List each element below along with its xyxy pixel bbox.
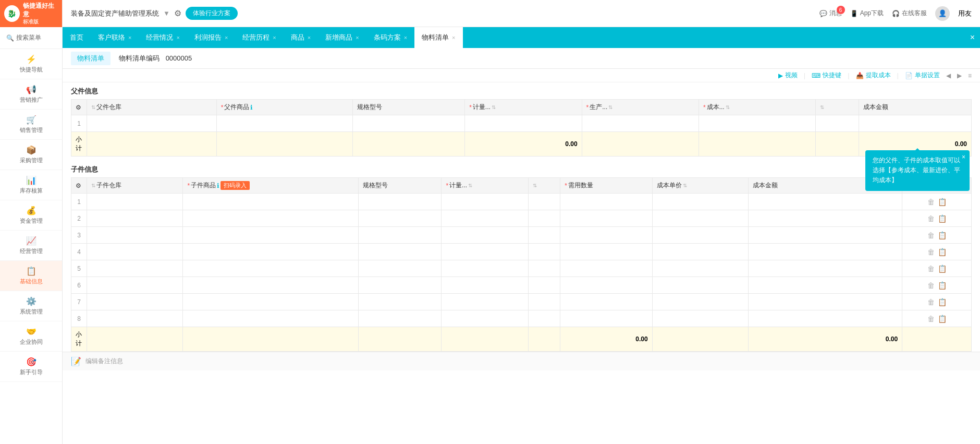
copy-row-button[interactable]: 📋 <box>938 214 947 223</box>
scan-input-button[interactable]: 扫码录入 <box>220 181 250 190</box>
col-settings-icon[interactable]: ⚙ <box>76 104 81 111</box>
parent-cost-amount-cell[interactable] <box>859 115 972 132</box>
marketing-icon: 📢 <box>26 85 36 94</box>
delete-row-button[interactable]: 🗑 <box>927 281 935 290</box>
parent-warehouse-cell[interactable] <box>87 115 217 132</box>
col-settings-icon[interactable]: ⚙ <box>76 182 81 189</box>
child-sort-cell[interactable] <box>528 194 560 210</box>
tab-close-icon[interactable]: × <box>452 34 455 41</box>
nav-tabs: 首页 客户联络 × 经营情况 × 利润报告 × 经营历程 × 商品 × 新增商品… <box>63 27 980 48</box>
sidebar-item-inventory[interactable]: 📊 库存核算 <box>0 170 62 200</box>
child-product-cell[interactable] <box>183 194 358 210</box>
topbar-right: 💬 消息 6 📱 App下载 🎧 在线客服 👤 用友 <box>819 6 972 21</box>
copy-row-button[interactable]: 📋 <box>938 231 947 239</box>
info-icon: ℹ <box>250 104 253 111</box>
parent-cost-cell[interactable] <box>699 115 816 132</box>
tab-close-icon[interactable]: × <box>225 34 228 41</box>
delete-row-button[interactable]: 🗑 <box>927 298 935 306</box>
delete-row-button[interactable]: 🗑 <box>927 315 935 323</box>
close-all-tabs-button[interactable]: × <box>965 33 980 42</box>
col-parent-qty: * 计量... ⇅ <box>465 100 582 115</box>
online-service-button[interactable]: 🎧 在线客服 <box>892 9 927 18</box>
view-mode-button[interactable]: ≡ <box>968 72 972 79</box>
tab-profit[interactable]: 利润报告 × <box>187 27 235 48</box>
row-number: 4 <box>71 244 87 260</box>
view-video-button[interactable]: ▶ 视频 <box>778 71 798 80</box>
purchase-icon: 📦 <box>26 145 36 155</box>
shortcuts-button[interactable]: ⌨ 快捷键 <box>812 71 841 80</box>
delete-row-button[interactable]: 🗑 <box>927 248 935 256</box>
tab-home[interactable]: 首页 <box>63 27 91 48</box>
delete-row-button[interactable]: 🗑 <box>927 265 935 273</box>
copy-row-button[interactable]: 📋 <box>938 281 947 290</box>
tab-close-icon[interactable]: × <box>404 34 407 41</box>
child-unit-cost-cell[interactable] <box>652 194 748 210</box>
settings-button[interactable]: ⚙ <box>174 8 181 18</box>
subtotal-empty6 <box>816 132 859 157</box>
tab-new-product[interactable]: 新增商品 × <box>318 27 366 48</box>
tab-close-icon[interactable]: × <box>128 34 131 41</box>
delete-row-button[interactable]: 🗑 <box>927 214 935 223</box>
sidebar-item-basic[interactable]: 📋 基础信息 <box>0 261 62 291</box>
tab-close-icon[interactable]: × <box>356 34 359 41</box>
parent-spec-cell[interactable] <box>352 115 465 132</box>
parent-production-cell[interactable] <box>582 115 699 132</box>
child-spec-cell[interactable] <box>358 194 442 210</box>
tab-operations[interactable]: 经营情况 × <box>139 27 187 48</box>
nav-prev-button[interactable]: ◀ <box>946 72 951 79</box>
child-warehouse-cell[interactable] <box>87 194 183 210</box>
subtotal-cost: 0.00 <box>465 132 582 157</box>
logo-icon: 🐉 <box>4 5 20 22</box>
user-avatar[interactable]: 👤 <box>935 6 950 21</box>
child-qty-needed-cell[interactable] <box>560 194 652 210</box>
nav-next-button[interactable]: ▶ <box>957 72 962 79</box>
single-settings-button[interactable]: 📄 单据设置 <box>905 71 940 80</box>
tab-product[interactable]: 商品 × <box>284 27 318 48</box>
tab-barcode[interactable]: 条码方案 × <box>366 27 414 48</box>
sidebar-item-operations[interactable]: 📈 经营管理 <box>0 231 62 261</box>
tab-close-icon[interactable]: × <box>273 34 276 41</box>
copy-row-button[interactable]: 📋 <box>938 265 947 273</box>
col-parent-warehouse: ⇅ 父件仓库 <box>87 100 217 115</box>
parent-product-cell[interactable] <box>216 115 352 132</box>
messages-button[interactable]: 💬 消息 6 <box>819 9 842 18</box>
sidebar-item-sales[interactable]: 🛒 销售管理 <box>0 110 62 140</box>
copy-row-button[interactable]: 📋 <box>938 198 947 206</box>
sidebar-item-purchase[interactable]: 📦 采购管理 <box>0 140 62 170</box>
tab-customer[interactable]: 客户联络 × <box>91 27 139 48</box>
tab-close-icon[interactable]: × <box>308 34 311 41</box>
tab-close-icon[interactable]: × <box>176 34 179 41</box>
tab-history[interactable]: 经营历程 × <box>235 27 283 48</box>
bottom-bar-text[interactable]: 编辑备注信息 <box>85 357 123 366</box>
bottom-bar: 📝 编辑备注信息 <box>63 352 980 370</box>
app-download-button[interactable]: 📱 App下载 <box>850 9 884 18</box>
sidebar-item-cooperation[interactable]: 🤝 企业协同 <box>0 321 62 352</box>
copy-row-button[interactable]: 📋 <box>938 298 947 306</box>
search-menu-button[interactable]: 🔍 搜索菜单 <box>4 31 58 44</box>
sort-icon: ⇅ <box>91 104 95 110</box>
parent-qty-cell[interactable] <box>465 115 582 132</box>
delete-row-button[interactable]: 🗑 <box>927 198 935 206</box>
sort-icon: ⇅ <box>683 183 687 188</box>
trial-button[interactable]: 体验行业方案 <box>186 7 238 20</box>
table-row: 1 🗑 📋 <box>71 194 972 210</box>
sort-icon: ⇅ <box>91 183 95 188</box>
delete-row-button[interactable]: 🗑 <box>927 231 935 239</box>
extract-cost-button[interactable]: 📥 提取成本 <box>856 71 891 80</box>
sidebar-item-guide[interactable]: 🎯 新手引导 <box>0 352 62 382</box>
sidebar-item-quicknav[interactable]: ⚡ 快捷导航 <box>0 49 62 79</box>
parent-sort-cell[interactable] <box>816 115 859 132</box>
sub-tab-bom-list[interactable]: 物料清单 <box>71 52 111 65</box>
tab-bom[interactable]: 物料清单 × <box>414 27 462 48</box>
child-qty-cell[interactable] <box>442 194 528 210</box>
sidebar-item-system[interactable]: ⚙️ 系统管理 <box>0 291 62 321</box>
copy-row-button[interactable]: 📋 <box>938 315 947 323</box>
copy-row-button[interactable]: 📋 <box>938 248 947 256</box>
subtotal-empty4 <box>582 132 699 157</box>
table-row: 6 🗑📋 <box>71 277 972 294</box>
sidebar-item-marketing[interactable]: 📢 营销推广 <box>0 79 62 110</box>
system-title: 装备及固定资产辅助管理系统 <box>71 9 159 18</box>
sidebar-item-finance[interactable]: 💰 资金管理 <box>0 200 62 231</box>
child-cost-amount-cell[interactable] <box>749 194 902 210</box>
tooltip-close-button[interactable]: × <box>962 152 965 162</box>
